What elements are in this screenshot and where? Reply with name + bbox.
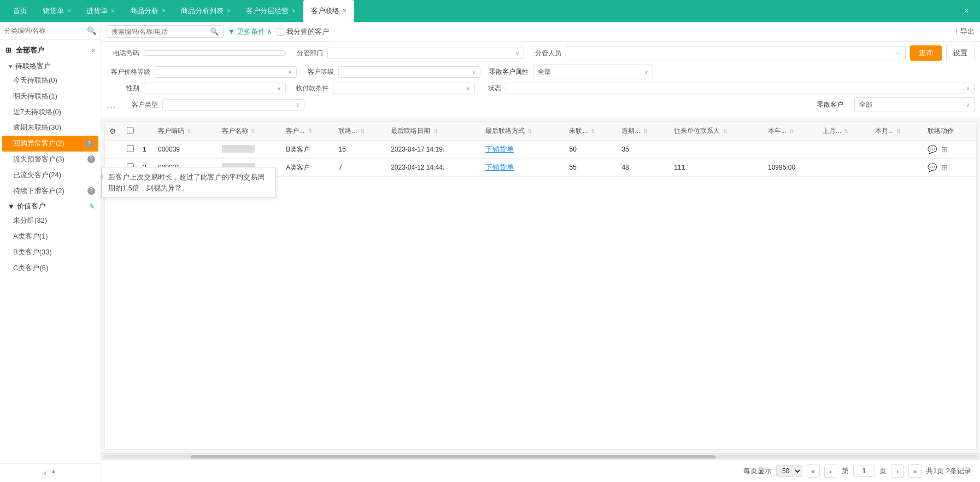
sidebar-group-waiting[interactable]: ▼ 待联络客户 — [0, 59, 101, 73]
window-close-button[interactable]: × — [958, 3, 975, 19]
sidebar-item-ungrouped[interactable]: 未分组(32) — [0, 213, 101, 229]
status-arrow-icon: ∨ — [966, 85, 970, 91]
last-month-sort-icon: ⇅ — [844, 128, 848, 134]
nav-item-customer-segment[interactable]: 客户分层经营 × — [238, 0, 303, 22]
nav-item-goods-analysis[interactable]: 商品分析 × — [122, 0, 173, 22]
sidebar-item-7day-waiting[interactable]: 近7天待联络(0) — [0, 104, 101, 120]
customer-name-1[interactable] — [218, 141, 281, 159]
customer-code-1[interactable]: 000039 — [154, 141, 218, 159]
row-checkbox-1[interactable] — [127, 145, 134, 152]
sidebar-bottom: ‹ ▲ — [0, 463, 101, 482]
settings-button[interactable]: 设置 — [946, 45, 975, 61]
grid-icon-1[interactable]: ⊞ — [941, 145, 948, 154]
my-customers-checkbox[interactable] — [277, 28, 284, 36]
next-page-button[interactable]: › — [891, 464, 904, 478]
sidebar-item-b-class[interactable]: B类客户(33) — [0, 245, 101, 260]
search-icon[interactable]: 🔍 — [210, 27, 219, 36]
contact-column-header[interactable]: 联络... ⇅ — [334, 122, 386, 141]
close-sales-icon[interactable]: × — [67, 7, 71, 15]
nav-item-purchase[interactable]: 进货单 × — [79, 0, 122, 22]
sidebar-item-continuous-down[interactable]: 持续下滑客户(2) ? — [0, 183, 101, 199]
sidebar-group-value[interactable]: ▼ 价值客户 ✎ — [0, 199, 101, 213]
this-year-column-header[interactable]: 本年... ⇅ — [764, 122, 818, 141]
select-all-checkbox[interactable] — [127, 127, 134, 134]
gender-select[interactable]: ∨ — [144, 83, 286, 94]
phone-input-field[interactable] — [144, 50, 286, 56]
sidebar-item-overdue-waiting[interactable]: 逾期未联络(30) — [0, 120, 101, 136]
overdue-column-header[interactable]: 逾期... ⇅ — [617, 122, 670, 141]
name-column-header[interactable]: 客户名称 ⇅ — [218, 122, 281, 141]
sidebar-item-lost-warning[interactable]: 流失预警客户(3) ? — [0, 152, 101, 167]
contact-method-link-1[interactable]: 下销货单 — [485, 145, 514, 153]
code-column-header[interactable]: 客户编码 ⇅ — [154, 122, 218, 141]
type-column-header[interactable]: 客户... ⇅ — [281, 122, 334, 141]
last-contact-method-column-header[interactable]: 最后联络方式 ⇅ — [481, 122, 565, 141]
message-icon-2[interactable]: 💬 — [928, 163, 937, 172]
action-icons-1: 💬 ⊞ — [928, 145, 972, 154]
sidebar-item-tomorrow-waiting[interactable]: 明天待联络(1) — [0, 89, 101, 104]
nav-item-goods-list[interactable]: 商品分析列表 × — [173, 0, 238, 22]
last-contact-method-1[interactable]: 下销货单 — [481, 141, 565, 159]
nav-item-home[interactable]: 首页 — [5, 0, 35, 22]
last-contact-date-column-header[interactable]: 最后联络日期 ⇅ — [386, 122, 481, 141]
message-icon-1[interactable]: 💬 — [928, 145, 937, 154]
table-settings-icon[interactable]: ⚙ — [109, 127, 116, 136]
nav-item-customer-contact[interactable]: 客户联络 × — [303, 0, 354, 22]
dept-select[interactable]: ∨ — [327, 48, 524, 59]
close-customer-segment-icon[interactable]: × — [292, 7, 296, 15]
last-contact-date-1: 2023-04-17 14:19: — [386, 141, 481, 159]
not-contacted-column-header[interactable]: 未联... ⇅ — [565, 122, 617, 141]
checkbox-column-header[interactable] — [122, 122, 138, 141]
checkbox-cell-1[interactable] — [122, 141, 138, 159]
page-size-select[interactable]: 50 — [776, 465, 802, 477]
more-conditions-button[interactable]: ▼ 更多条件 ∧ — [228, 27, 272, 37]
payment-select[interactable]: ∨ — [333, 83, 475, 94]
this-month-column-header[interactable]: 本月... ⇅ — [871, 122, 923, 141]
prev-page-button[interactable]: ‹ — [824, 464, 837, 478]
sidebar-search-input[interactable] — [4, 27, 87, 34]
last-contact-method-2[interactable]: 下销货单 — [481, 159, 565, 177]
manager-dots-icon[interactable]: ··· — [893, 49, 901, 57]
status-select[interactable]: ∨ — [506, 83, 975, 94]
grid-icon-2[interactable]: ⊞ — [941, 163, 948, 172]
sidebar-item-already-lost[interactable]: 已流失客户(24) — [0, 167, 101, 183]
page-input[interactable] — [853, 466, 875, 477]
search-input[interactable] — [112, 28, 210, 36]
last-page-button[interactable]: » — [908, 464, 922, 478]
last-method-sort-icon: ⇅ — [527, 128, 532, 134]
price-level-select[interactable]: ∨ — [155, 66, 297, 78]
sidebar-item-a-class[interactable]: A类客户(1) — [0, 229, 101, 245]
contact-method-link-2[interactable]: 下销货单 — [485, 163, 514, 171]
value-edit-icon[interactable]: ✎ — [89, 202, 95, 211]
my-customers-checkbox-wrap[interactable]: 我分管的客户 — [277, 27, 329, 37]
close-purchase-icon[interactable]: × — [111, 7, 115, 15]
nav-item-sales[interactable]: 销货单 × — [35, 0, 79, 22]
retail-customer-select[interactable]: 全部 ∨ — [854, 97, 975, 112]
close-customer-contact-icon[interactable]: × — [343, 7, 347, 15]
close-goods-list-icon[interactable]: × — [227, 7, 231, 15]
row-number-1: 1 — [138, 141, 154, 159]
sidebar-search-area: 🔍 — [0, 22, 101, 40]
sidebar-item-repurchase-abnormal[interactable]: 回购异常客户(2) ? — [2, 136, 98, 152]
type-sort-icon: ⇅ — [308, 128, 312, 134]
customer-type-select[interactable]: ∨ — [162, 99, 304, 111]
sidebar-all-customers-header[interactable]: ⊞ 全部客户 « — [0, 42, 101, 59]
scroll-thumb[interactable] — [191, 455, 715, 458]
sidebar-item-today-waiting[interactable]: 今天待联络(0) — [0, 73, 101, 89]
last-month-column-header[interactable]: 上月... ⇅ — [818, 122, 871, 141]
unit-contact-column-header[interactable]: 往来单位联系人 ⇅ — [670, 122, 764, 141]
sidebar-item-c-class[interactable]: C类客户(6) — [0, 260, 101, 276]
close-goods-analysis-icon[interactable]: × — [162, 7, 166, 15]
first-page-button[interactable]: « — [807, 464, 820, 478]
query-button[interactable]: 查询 — [910, 45, 942, 61]
sidebar-collapse-icon[interactable]: « — [91, 47, 95, 54]
sidebar-search-icon[interactable]: 🔍 — [87, 26, 96, 35]
gear-column-header[interactable]: ⚙ — [105, 122, 122, 141]
retail-attr-select[interactable]: 全部 ∨ — [533, 65, 653, 79]
manager-input[interactable]: ··· — [566, 46, 906, 60]
sidebar-bottom-left-icon[interactable]: ‹ — [44, 467, 47, 479]
customer-level-select[interactable]: ∨ — [338, 66, 480, 78]
horizontal-scrollbar[interactable] — [101, 453, 980, 460]
more-dots-icon[interactable]: ... — [107, 99, 116, 111]
export-button[interactable]: ↑ 导出 — [955, 27, 975, 37]
